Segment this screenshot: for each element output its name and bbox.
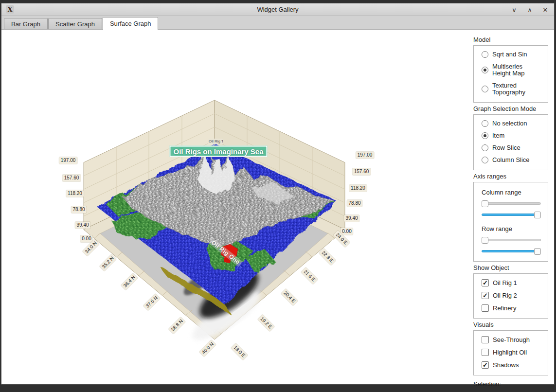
y-axis-tick-left: 78.80 [71, 206, 86, 213]
visuals-group: See-Through Highlight Oil ✓ Shadows [473, 330, 548, 375]
desktop: X Widget Gallery ∨ ∧ ✕ Bar Graph Scatter… [0, 0, 556, 392]
axis-ranges-group: Column range Row range [473, 182, 548, 262]
checkbox-icon[interactable]: ✓ [482, 292, 489, 299]
minimize-icon[interactable]: ∨ [510, 6, 518, 14]
checkbox-shadows[interactable]: ✓ Shadows [482, 361, 546, 369]
y-axis-tick-right: 197.00 [356, 152, 374, 159]
tab-surface-graph[interactable]: Surface Graph [103, 17, 159, 30]
surface-plot-canvas [1, 30, 469, 381]
y-axis-tick-right: 0.00 [341, 228, 353, 235]
slider-handle[interactable] [482, 200, 488, 207]
checkbox-label: Oil Rig 2 [493, 292, 517, 299]
show-object-group: ✓ Oil Rig 1 ✓ Oil Rig 2 Refinery [473, 273, 548, 319]
slider-handle[interactable] [534, 248, 541, 255]
slider-groove[interactable] [482, 250, 541, 252]
radio-icon[interactable] [482, 51, 488, 58]
row-range-min-slider[interactable] [482, 236, 541, 244]
checkbox-label: Shadows [493, 362, 519, 369]
radio-row-slice[interactable]: Row Slice [482, 144, 546, 151]
y-axis-tick-left: 0.00 [80, 235, 92, 242]
radio-label: Item [492, 132, 504, 139]
checkbox-label: Refinery [493, 305, 516, 312]
radio-column-slice[interactable]: Column Slice [482, 157, 546, 163]
surface-graph-page: Oil Rig Two Oil Rigs on Imaginary Sea Oi… [1, 29, 554, 384]
titlebar[interactable]: X Widget Gallery ∨ ∧ ✕ [1, 3, 554, 16]
radio-label: No selection [492, 120, 527, 127]
selection-label: Selection: [473, 380, 548, 388]
radio-icon[interactable] [482, 86, 488, 92]
model-group: Sqrt and Sin Multiseries Height Map Text… [473, 45, 548, 103]
model-group-title: Model [473, 36, 548, 43]
radio-label: Multiseries Height Map [492, 63, 541, 77]
checkbox-see-through[interactable]: See-Through [482, 336, 546, 343]
radio-item[interactable]: Item [482, 132, 546, 139]
widget-gallery-window: X Widget Gallery ∨ ∧ ✕ Bar Graph Scatter… [1, 3, 555, 385]
window-title: Widget Gallery [1, 6, 554, 13]
slider-groove[interactable] [482, 214, 541, 216]
slider-groove[interactable] [482, 202, 541, 205]
radio-label: Row Slice [492, 144, 520, 151]
selection-mode-group-title: Graph Selection Mode [473, 105, 548, 112]
checkbox-oil-rig-2[interactable]: ✓ Oil Rig 2 [482, 292, 546, 299]
selection-mode-group: No selection Item Row Slice Column Slice [473, 114, 548, 170]
check-icon: ✓ [483, 362, 488, 368]
slider-handle[interactable] [482, 237, 488, 244]
radio-label: Sqrt and Sin [492, 51, 527, 58]
checkbox-label: See-Through [493, 337, 530, 343]
radio-no-selection[interactable]: No selection [482, 120, 546, 127]
row-range-label: Row range [482, 225, 546, 232]
oil-rig-two-label: Oil Rig Two [208, 139, 223, 144]
axis-ranges-group-title: Axis ranges [473, 173, 548, 180]
y-axis-tick-left: 197.00 [59, 157, 77, 164]
y-axis-tick-left: 157.60 [63, 175, 81, 181]
checkbox-highlight-oil[interactable]: Highlight Oil [482, 349, 546, 356]
y-axis-tick-right: 118.20 [349, 185, 367, 192]
radio-multiseries-height-map[interactable]: Multiseries Height Map [482, 63, 546, 77]
radio-icon[interactable] [482, 67, 488, 73]
column-range-max-slider[interactable] [482, 211, 541, 218]
checkbox-icon[interactable]: ✓ [482, 361, 489, 369]
maximize-icon[interactable]: ∧ [526, 6, 534, 14]
radio-label: Column Slice [492, 157, 530, 163]
checkbox-oil-rig-1[interactable]: ✓ Oil Rig 1 [482, 279, 546, 286]
checkbox-refinery[interactable]: Refinery [482, 304, 546, 312]
check-icon: ✓ [483, 280, 488, 286]
tab-bar: Bar Graph Scatter Graph Surface Graph [1, 16, 554, 29]
radio-label: Textured Topography [492, 82, 541, 96]
checkbox-label: Highlight Oil [493, 349, 527, 356]
radio-icon[interactable] [482, 120, 488, 127]
radio-icon[interactable] [482, 157, 488, 163]
y-axis-tick-left: 118.20 [66, 190, 84, 197]
row-range-max-slider[interactable] [482, 248, 541, 255]
radio-icon[interactable] [482, 132, 488, 139]
close-icon[interactable]: ✕ [541, 6, 549, 14]
tab-bar-graph[interactable]: Bar Graph [4, 18, 48, 29]
column-range-label: Column range [482, 189, 546, 196]
slider-groove[interactable] [482, 239, 541, 241]
show-object-group-title: Show Object [473, 264, 548, 271]
surface-3d-view[interactable]: Oil Rig Two Oil Rigs on Imaginary Sea Oi… [1, 30, 469, 381]
radio-textured-topography[interactable]: Textured Topography [482, 82, 546, 96]
control-panel: Model Sqrt and Sin Multiseries Height Ma… [473, 34, 548, 392]
y-axis-tick-right: 157.60 [353, 168, 371, 175]
visuals-group-title: Visuals [473, 321, 548, 328]
checkbox-icon[interactable]: ✓ [482, 279, 489, 286]
radio-icon[interactable] [482, 144, 488, 151]
y-axis-tick-right: 39.40 [344, 215, 359, 222]
y-axis-tick-left: 39.40 [75, 222, 90, 229]
checkbox-icon[interactable] [482, 304, 489, 312]
slider-handle[interactable] [534, 212, 541, 218]
radio-sqrt-and-sin[interactable]: Sqrt and Sin [482, 51, 546, 58]
check-icon: ✓ [483, 292, 488, 299]
checkbox-icon[interactable] [482, 349, 489, 356]
tab-scatter-graph[interactable]: Scatter Graph [48, 18, 102, 29]
column-range-min-slider[interactable] [482, 200, 541, 207]
y-axis-tick-right: 78.80 [347, 200, 362, 207]
checkbox-label: Oil Rig 1 [493, 280, 517, 286]
chart-title: Oil Rigs on Imaginary Sea [169, 146, 267, 157]
checkbox-icon[interactable] [482, 336, 489, 343]
